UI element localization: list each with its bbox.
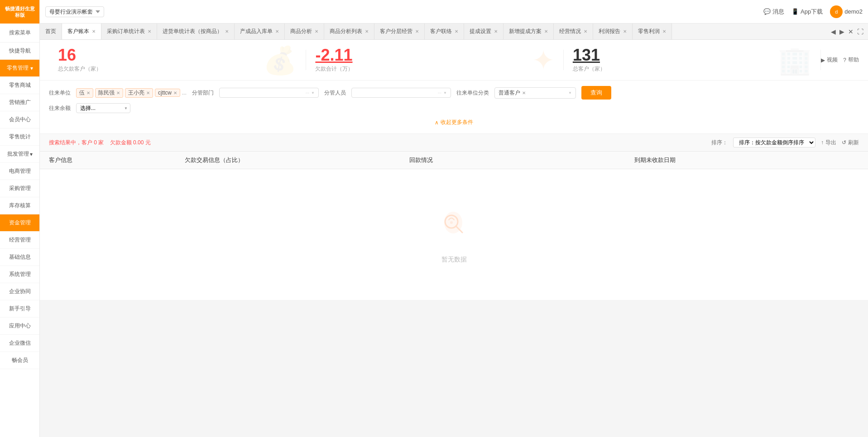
tab-close-purchase-product[interactable]: ✕	[225, 29, 229, 34]
tab-home[interactable]: 首页	[40, 24, 62, 40]
sidebar-item-retail-stats[interactable]: 零售统计	[0, 128, 39, 146]
filter-tag-wang-close[interactable]: ✕	[146, 90, 150, 95]
tab-close-purchase[interactable]: ✕	[148, 29, 151, 34]
sidebar-item-wechat[interactable]: 企业微信	[0, 335, 39, 352]
help-button[interactable]: ? 帮助	[843, 56, 859, 64]
tab-close-profit[interactable]: ✕	[623, 29, 627, 34]
tab-close-analysis[interactable]: ✕	[315, 29, 318, 34]
app-download-button[interactable]: 📱 App下载	[791, 8, 823, 16]
sidebar-item-inventory[interactable]: 库存核算	[0, 197, 39, 214]
filter-manager-input[interactable]	[355, 90, 436, 96]
filter-unit-label: 往来单位	[49, 89, 71, 97]
filter-tag-chen-close[interactable]: ✕	[116, 90, 120, 95]
stat-debtors: 💰 16 总欠款客户（家）	[49, 47, 306, 73]
tab-customer-contact[interactable]: 客户联络 ✕	[425, 24, 464, 40]
sidebar-item-marketing[interactable]: 营销推广	[0, 94, 39, 111]
search-menu-button[interactable]: 搜索菜单	[3, 27, 37, 38]
tab-close-contact[interactable]: ✕	[455, 29, 458, 34]
sidebar-item-retail-mall[interactable]: 零售商城	[0, 77, 39, 94]
sidebar-item-member[interactable]: 畅会员	[0, 352, 39, 369]
tab-retail-profit[interactable]: 零售利润 ✕	[633, 24, 672, 40]
sidebar-item-purchase[interactable]: 采购管理	[0, 180, 39, 197]
tab-close-storage[interactable]: ✕	[275, 29, 279, 34]
tab-scroll-left[interactable]: ◀	[830, 27, 837, 36]
tab-maximize[interactable]: ⛶	[856, 27, 864, 36]
sidebar-item-operations[interactable]: 经营管理	[0, 232, 39, 249]
filter-tag-cjttcw-close[interactable]: ✕	[173, 90, 177, 95]
result-bar: 搜索结果中，客户 0 家 欠款金额 0.00 元 排序： 排序：按欠款金额倒序排…	[40, 134, 868, 152]
filter-dept-chevron: ▼	[311, 91, 315, 95]
sidebar-search[interactable]: 搜索菜单	[0, 24, 39, 43]
sidebar-item-quick-nav[interactable]: 快捷导航	[0, 43, 39, 60]
filter-row-2: 往来余额 选择...	[49, 103, 859, 113]
filter-tag-normal-close[interactable]: ✕	[522, 90, 526, 95]
sidebar-item-system[interactable]: 系统管理	[0, 266, 39, 283]
chevron-icon: ▾	[30, 65, 33, 71]
collapse-icon: ∧	[435, 119, 439, 126]
tab-purchase-stats-product[interactable]: 进货单统计表（按商品） ✕	[157, 24, 235, 40]
filter-balance-wrap: 选择...	[76, 103, 130, 113]
help-icon: ?	[843, 57, 846, 63]
tab-operations[interactable]: 经营情况 ✕	[554, 24, 593, 40]
topbar: 母婴行业演示帐套 💬 消息 📱 App下载 d demo2	[40, 0, 868, 24]
sidebar-item-member-center[interactable]: 会员中心	[0, 111, 39, 128]
filter-dept-input-wrap: ··· ▼	[219, 88, 319, 98]
sort-select[interactable]: 排序：按欠款金额倒序排序	[733, 138, 815, 147]
stat-debt-label: 欠款合计（万）	[315, 65, 353, 73]
stat-customers-value: 131	[573, 47, 600, 63]
filter-dept-input[interactable]	[223, 90, 304, 96]
export-icon: ↑	[821, 139, 824, 146]
filter-tag-wang: 王小亮 ✕	[125, 88, 153, 98]
tab-commission-settings[interactable]: 提成设置 ✕	[464, 24, 504, 40]
tab-close-analysis-list[interactable]: ✕	[365, 29, 369, 34]
filter-collapse-button[interactable]: ∧ 收起更多条件	[49, 117, 859, 128]
tab-add-commission[interactable]: 新增提成方案 ✕	[504, 24, 554, 40]
th-debt: 欠款交易信息（占比）	[185, 156, 409, 164]
sidebar-item-newbie[interactable]: 新手引导	[0, 300, 39, 318]
tab-close-commission[interactable]: ✕	[494, 29, 498, 34]
tab-product-storage[interactable]: 产成品入库单 ✕	[235, 24, 285, 40]
sidebar-item-retail[interactable]: 零售管理 ▾	[0, 60, 39, 77]
filter-balance-select[interactable]: 选择...	[76, 103, 130, 113]
query-button[interactable]: 查询	[581, 86, 611, 100]
sidebar-item-wholesale[interactable]: 批发管理 ▾	[0, 146, 39, 163]
user-profile[interactable]: d demo2	[830, 5, 863, 18]
stat-debtors-value: 16	[58, 47, 76, 63]
topbar-left: 母婴行业演示帐套	[45, 6, 104, 17]
tab-close-operations[interactable]: ✕	[584, 29, 587, 34]
tab-close-tier[interactable]: ✕	[415, 29, 419, 34]
tab-close-customer-ledger[interactable]: ✕	[92, 29, 96, 34]
tab-purchase-order-stats[interactable]: 采购订单统计表 ✕	[101, 24, 157, 40]
export-button[interactable]: ↑ 导出	[821, 139, 836, 147]
tab-customer-ledger[interactable]: 客户账本 ✕	[62, 24, 101, 40]
video-button[interactable]: ▶ 视频	[821, 56, 838, 64]
tab-customer-tier[interactable]: 客户分层经营 ✕	[374, 24, 425, 40]
tab-close-retail-profit[interactable]: ✕	[662, 29, 666, 34]
sort-label: 排序：	[711, 139, 728, 147]
sidebar-item-finance[interactable]: 资金管理	[0, 214, 39, 232]
tab-product-analysis[interactable]: 商品分析 ✕	[285, 24, 324, 40]
filter-more-btn[interactable]: ...	[182, 90, 187, 96]
tab-profit-report[interactable]: 利润报告 ✕	[593, 24, 633, 40]
empty-state: 暂无数据	[40, 169, 868, 300]
sidebar-item-basic-info[interactable]: 基础信息	[0, 249, 39, 266]
tab-product-analysis-list[interactable]: 商品分析列表 ✕	[324, 24, 374, 40]
filter-unit-type-chevron: ▼	[568, 91, 572, 95]
sidebar-item-cooperation[interactable]: 企业协同	[0, 283, 39, 300]
message-button[interactable]: 💬 消息	[763, 8, 784, 16]
filter-manager-input-wrap: ··· ▼	[351, 88, 451, 98]
tab-scroll-right[interactable]: ▶	[839, 27, 845, 36]
filter-tag-wu-close[interactable]: ✕	[86, 90, 90, 95]
tab-close-all[interactable]: ✕	[847, 27, 854, 36]
refresh-icon: ↺	[842, 139, 846, 146]
sidebar-item-ecommerce[interactable]: 电商管理	[0, 163, 39, 180]
refresh-button[interactable]: ↺ 刷新	[842, 139, 859, 147]
svg-point-3	[450, 221, 453, 224]
filter-manager-label: 分管人员	[324, 89, 346, 97]
stat-customers: 🏢 131 总客户（家）	[564, 47, 821, 73]
filter-tag-normal-customer: 普通客户 ✕	[499, 89, 526, 97]
logo: 畅捷通好生意 标版	[0, 0, 39, 24]
account-selector[interactable]: 母婴行业演示帐套	[45, 6, 104, 17]
sidebar-item-app-center[interactable]: 应用中心	[0, 318, 39, 335]
tab-close-add-commission[interactable]: ✕	[544, 29, 548, 34]
